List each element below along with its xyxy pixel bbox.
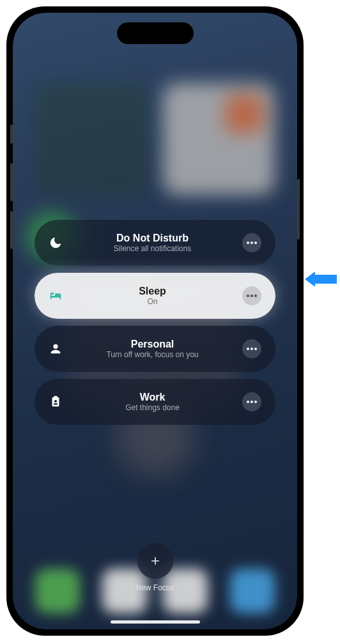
phone-screen: Do Not Disturb Silence all notifications… xyxy=(13,13,297,629)
focus-item-subtitle: Silence all notifications xyxy=(114,244,191,253)
callout-arrow xyxy=(304,268,337,290)
more-options-button[interactable] xyxy=(242,339,261,358)
person-icon xyxy=(49,342,63,356)
focus-item-title: Sleep xyxy=(139,285,166,297)
badge-icon xyxy=(49,395,63,409)
focus-item-subtitle: Turn off work, focus on you xyxy=(106,350,198,359)
phone-device-frame: Do Not Disturb Silence all notifications… xyxy=(6,6,304,636)
focus-item-subtitle: On xyxy=(147,297,157,306)
focus-item-text: Do Not Disturb Silence all notifications xyxy=(63,232,242,254)
focus-item-title: Personal xyxy=(131,338,174,350)
focus-item-sleep[interactable]: Sleep On xyxy=(35,273,275,319)
more-options-button[interactable] xyxy=(242,233,261,252)
svg-rect-1 xyxy=(54,396,58,398)
dynamic-island xyxy=(117,22,194,44)
focus-item-work[interactable]: Work Get things done xyxy=(35,379,275,425)
more-options-button[interactable] xyxy=(242,392,261,411)
focus-item-do-not-disturb[interactable]: Do Not Disturb Silence all notifications xyxy=(35,220,275,266)
focus-item-text: Sleep On xyxy=(63,285,242,307)
focus-item-subtitle: Get things done xyxy=(125,403,180,412)
moon-icon xyxy=(49,236,63,250)
focus-mode-list: Do Not Disturb Silence all notifications… xyxy=(35,220,275,425)
svg-point-2 xyxy=(54,400,57,402)
svg-rect-3 xyxy=(54,403,58,404)
focus-item-title: Work xyxy=(140,391,166,403)
focus-item-text: Personal Turn off work, focus on you xyxy=(63,338,242,360)
new-focus-label: New Focus xyxy=(135,583,174,592)
plus-icon xyxy=(137,543,173,579)
focus-item-personal[interactable]: Personal Turn off work, focus on you xyxy=(35,326,275,372)
side-button xyxy=(297,179,300,240)
home-indicator[interactable] xyxy=(111,620,200,624)
focus-item-title: Do Not Disturb xyxy=(116,232,189,244)
focus-item-text: Work Get things done xyxy=(63,391,242,413)
bed-icon xyxy=(49,289,63,303)
more-options-button[interactable] xyxy=(242,286,261,305)
new-focus-button[interactable]: New Focus xyxy=(135,543,174,592)
